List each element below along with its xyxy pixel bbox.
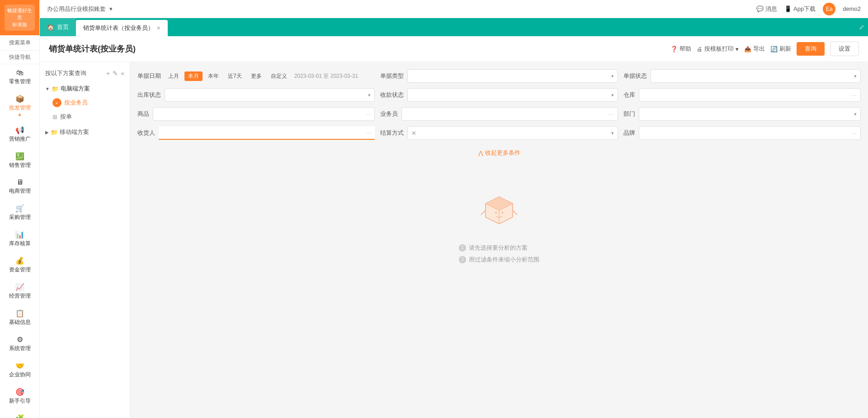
sidebar-item-label-operation: 经营管理 — [2, 292, 38, 300]
brand-select[interactable]: ··· — [639, 126, 861, 140]
goods-select[interactable]: ··· — [153, 107, 375, 121]
sidebar-search[interactable]: 搜索菜单 — [0, 35, 39, 51]
out-status-arrow: ▾ — [368, 92, 371, 98]
collapse-panel-btn[interactable]: « — [121, 70, 124, 77]
logo-text: 畅捷通好生意 — [6, 7, 33, 21]
filter-receipt-status: 收款状态 ▾ — [380, 88, 618, 102]
user-name: demo2 — [843, 5, 861, 12]
date-tab-more[interactable]: 更多 — [247, 71, 265, 81]
sales-icon: 💹 — [2, 152, 38, 161]
consignee-input[interactable]: ··· — [159, 126, 375, 140]
filter-brand: 品牌 ··· — [623, 126, 861, 140]
goods-dots: ··· — [366, 110, 371, 118]
settings-btn[interactable]: 设置 — [830, 42, 859, 56]
sidebar-item-newbie[interactable]: 🎯 新手引导 — [0, 383, 39, 409]
tab-sales-stat[interactable]: 销货单统计表（按业务员） ✕ — [76, 20, 168, 36]
bill-type-select[interactable]: ▾ — [407, 69, 618, 83]
sidebar-item-sales[interactable]: 💹 销售管理 — [0, 147, 39, 174]
operation-icon: 📈 — [2, 283, 38, 291]
tree-mobile-title[interactable]: ▶ 📁 移动端方案 — [40, 125, 130, 139]
salesman-select[interactable]: ··· — [401, 107, 618, 121]
content-area: 销货单统计表(按业务员) ❓ 帮助 🖨 按模板打印 ▾ 📤 导出 🔄 刷新 — [40, 36, 868, 418]
page-title: 销货单统计表(按业务员) — [49, 43, 136, 54]
logo-subtext: 标准版 — [6, 21, 33, 28]
left-panel-actions: + ✎ « — [106, 70, 124, 77]
download-icon: 📱 — [784, 5, 792, 12]
sidebar-quicknav[interactable]: 快捷导航 — [0, 51, 39, 64]
edit-scheme-btn[interactable]: ✎ — [113, 70, 118, 77]
date-tab-last7[interactable]: 近7天 — [224, 71, 245, 81]
sidebar-item-label-finance: 资金管理 — [2, 266, 38, 274]
sidebar-item-appstore[interactable]: 🧩 应用中心 — [0, 409, 39, 418]
left-panel-header: 按以下方案查询 + ✎ « — [40, 66, 130, 80]
inner-layout: 按以下方案查询 + ✎ « ▼ 📁 电脑端方案 ✓ — [40, 62, 868, 418]
date-tabs: 上月 本月 本年 近7天 更多 自定义 — [165, 71, 291, 81]
left-panel-title: 按以下方案查询 — [45, 69, 86, 77]
home-icon: 🏠 — [47, 24, 54, 31]
out-status-select[interactable]: ▾ — [165, 88, 375, 102]
tree-item-salesman-label: 按业务员 — [64, 99, 88, 107]
settlement-select[interactable]: ✕ ▾ — [407, 126, 618, 140]
filter-salesman: 业务员 ··· — [380, 107, 618, 121]
tree-item-order-label: 按单 — [60, 113, 72, 121]
message-btn[interactable]: 💬 消息 — [756, 5, 777, 13]
sidebar-item-system[interactable]: ⚙ 系统管理 — [0, 331, 39, 357]
date-tab-this-month[interactable]: 本月 — [184, 71, 203, 81]
collapse-label: 收起更多条件 — [485, 149, 520, 157]
tab-expand-btn[interactable]: ⤢ — [855, 24, 868, 31]
app-dropdown[interactable]: ▾ — [109, 5, 113, 12]
sidebar-item-purchase[interactable]: 🛒 采购管理 — [0, 200, 39, 226]
sidebar-item-marketing[interactable]: 📢 营销推广 — [0, 121, 39, 147]
sidebar-item-ecommerce[interactable]: 🖥 电商管理 — [0, 174, 39, 200]
tree-arrow-mobile: ▶ — [45, 130, 49, 135]
tab-close-btn[interactable]: ✕ — [156, 25, 160, 31]
user-avatar[interactable]: Ea — [823, 3, 835, 15]
refresh-label: 刷新 — [779, 45, 791, 53]
tree-item-by-salesman[interactable]: ✓ 按业务员 — [52, 95, 130, 110]
department-label: 部门 — [623, 110, 635, 118]
tree-item-by-order[interactable]: ⊞ 按单 — [52, 110, 130, 124]
department-select[interactable]: ▾ — [639, 107, 861, 121]
help-btn[interactable]: ❓ 帮助 — [670, 45, 691, 53]
sidebar-item-enterprise[interactable]: 🤝 企业协同 — [0, 357, 39, 383]
wholesale-expand-icon: ▲ — [2, 112, 38, 117]
add-scheme-btn[interactable]: + — [106, 70, 110, 77]
sidebar-item-operation[interactable]: 📈 经营管理 — [0, 278, 39, 304]
query-btn[interactable]: 查询 — [797, 42, 825, 56]
export-btn[interactable]: 📤 导出 — [744, 45, 765, 53]
app-download-btn[interactable]: 📱 App下载 — [784, 5, 816, 13]
tab-home[interactable]: 🏠 首页 — [40, 18, 76, 36]
settlement-clear[interactable]: ✕ — [411, 130, 416, 137]
consignee-dots: ··· — [366, 129, 372, 136]
print-btn[interactable]: 🖨 按模板打印 ▾ — [697, 45, 739, 53]
department-arrow: ▾ — [854, 111, 857, 117]
topbar-left: 办公用品行业模拟账套 ▾ — [47, 5, 113, 13]
settlement-arrow: ▾ — [611, 130, 614, 136]
help-icon: ❓ — [670, 46, 678, 52]
sidebar-item-finance[interactable]: 💰 资金管理 — [0, 252, 39, 278]
receipt-status-select[interactable]: ▾ — [407, 88, 618, 102]
date-tab-custom[interactable]: 自定义 — [267, 71, 291, 81]
help-label: 帮助 — [679, 45, 691, 53]
tree-desktop-title[interactable]: ▼ 📁 电脑端方案 — [40, 82, 130, 95]
tree-mobile-label: 移动端方案 — [60, 128, 89, 136]
bill-status-select[interactable]: ▾ — [651, 69, 861, 83]
sidebar-item-retail[interactable]: 🛍 零售管理 — [0, 64, 39, 90]
logo[interactable]: 畅捷通好生意 标准版 — [0, 0, 39, 35]
refresh-btn[interactable]: 🔄 刷新 — [770, 45, 791, 53]
warehouse-select[interactable]: ··· — [639, 88, 861, 102]
filter-bill-type: 单据类型 ▾ — [380, 69, 618, 83]
brand-dots: ··· — [851, 129, 857, 137]
consignee-label: 收货人 — [137, 129, 155, 137]
tree-section-mobile: ▶ 📁 移动端方案 — [40, 125, 130, 139]
collapse-btn[interactable]: ⋀ 收起更多条件 — [478, 149, 520, 157]
sidebar-item-wholesale[interactable]: 📦 批发管理 ▲ — [0, 90, 39, 121]
empty-illustration — [476, 188, 522, 233]
filter-row-4: 收货人 ··· 结算方式 ✕ ▾ — [137, 126, 861, 140]
date-tab-this-year[interactable]: 本年 — [204, 71, 222, 81]
receipt-status-arrow: ▾ — [611, 92, 614, 98]
svg-line-7 — [481, 210, 486, 215]
date-tab-last-month[interactable]: 上月 — [165, 71, 183, 81]
sidebar-item-inventory[interactable]: 📊 库存核算 — [0, 226, 39, 252]
sidebar-item-basic[interactable]: 📋 基础信息 — [0, 304, 39, 331]
